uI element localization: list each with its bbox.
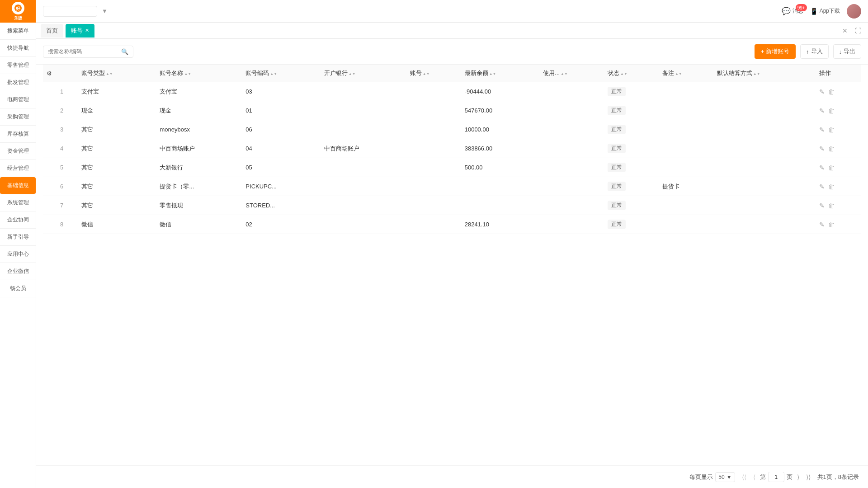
edit-icon[interactable]: ✎ [819, 145, 825, 152]
window-close-button[interactable]: ✕ [840, 25, 850, 36]
sidebar-item-guide[interactable]: 新手引导 [0, 229, 36, 246]
search-box[interactable]: 🔍 [43, 46, 133, 58]
delete-icon[interactable]: 🗑 [828, 126, 835, 133]
dropdown-icon[interactable]: ▼ [102, 8, 108, 14]
status-column[interactable]: 状态▲▼ [604, 65, 659, 82]
row-balance: -90444.00 [461, 82, 539, 101]
delete-icon[interactable]: 🗑 [828, 202, 835, 209]
account-column[interactable]: 账号▲▼ [406, 65, 461, 82]
usage-column[interactable]: 使用...▲▼ [539, 65, 604, 82]
sidebar-item-operations[interactable]: 经营管理 [0, 160, 36, 177]
sidebar-item-search[interactable]: 搜索菜单 [0, 23, 36, 40]
import-button[interactable]: ↑ 导入 [800, 44, 829, 59]
edit-icon[interactable]: ✎ [819, 88, 825, 95]
prev-page-button[interactable]: ⟨ [751, 473, 758, 482]
finance-label: 资金管理 [2, 147, 33, 155]
row-action: ✎ 🗑 [816, 158, 861, 177]
delete-icon[interactable]: 🗑 [828, 164, 835, 171]
last-page-button[interactable]: ⟩⟩ [804, 473, 813, 482]
window-expand-button[interactable]: ⛶ [853, 25, 863, 36]
row-default-settle [713, 139, 816, 158]
add-button-label: + 新增账号 [761, 47, 789, 56]
sidebar-item-enterprise[interactable]: 企业协同 [0, 211, 36, 229]
sidebar-item-quick-nav[interactable]: 快捷导航 [0, 40, 36, 57]
sidebar-item-app-center[interactable]: 应用中心 [0, 246, 36, 263]
row-status: 正常 [604, 101, 659, 120]
basic-info-label: 基础信息 [2, 182, 33, 189]
message-button[interactable]: 💬 消息 99+ [782, 7, 803, 15]
row-status: 正常 [604, 82, 659, 101]
delete-icon[interactable]: 🗑 [828, 145, 835, 152]
row-number: 3 [57, 120, 78, 139]
edit-icon[interactable]: ✎ [819, 202, 825, 209]
edit-icon[interactable]: ✎ [819, 221, 825, 228]
ecommerce-label: 电商管理 [2, 96, 33, 103]
header-right: 💬 消息 99+ 📱 App下载 [782, 4, 861, 19]
balance-column[interactable]: 最新余额▲▼ [461, 65, 539, 82]
row-number: 7 [57, 196, 78, 215]
tab-home[interactable]: 首页 [41, 24, 63, 38]
row-settings [43, 196, 57, 215]
add-account-button[interactable]: + 新增账号 [755, 44, 796, 59]
edit-icon[interactable]: ✎ [819, 183, 825, 190]
app-icon: 📱 [810, 8, 818, 15]
delete-icon[interactable]: 🗑 [828, 107, 835, 114]
edit-icon[interactable]: ✎ [819, 126, 825, 133]
delete-icon[interactable]: 🗑 [828, 183, 835, 190]
sidebar-item-inventory[interactable]: 库存核算 [0, 126, 36, 143]
sidebar-item-finance[interactable]: 资金管理 [0, 143, 36, 160]
first-page-button[interactable]: ⟨⟨ [740, 473, 749, 482]
app-logo: 好 乐版 [0, 0, 36, 23]
row-remark [659, 215, 713, 234]
export-button[interactable]: ↓ 导出 [833, 44, 862, 59]
import-icon: ↑ [806, 48, 809, 55]
app-download-label: App下载 [820, 7, 840, 15]
code-column[interactable]: 账号编码▲▼ [242, 65, 320, 82]
type-column[interactable]: 账号类型▲▼ [78, 65, 156, 82]
tab-account[interactable]: 账号 ✕ [66, 24, 94, 38]
bank-column[interactable]: 开户银行▲▼ [321, 65, 406, 82]
row-remark [659, 101, 713, 120]
tab-home-label: 首页 [46, 27, 58, 35]
sidebar-item-member[interactable]: 畅会员 [0, 280, 36, 297]
remark-column[interactable]: 备注▲▼ [659, 65, 713, 82]
sidebar-item-wechat[interactable]: 企业微信 [0, 263, 36, 280]
sidebar-item-purchase[interactable]: 采购管理 [0, 108, 36, 126]
gear-icon[interactable]: ⚙ [47, 70, 52, 77]
edit-icon[interactable]: ✎ [819, 164, 825, 171]
row-default-settle [713, 196, 816, 215]
header-search-input[interactable] [43, 6, 97, 17]
row-status: 正常 [604, 177, 659, 196]
sort-icon-name: ▲▼ [184, 72, 191, 76]
row-usage [539, 101, 604, 120]
row-name: 提货卡（零... [156, 177, 242, 196]
sidebar-item-retail[interactable]: 零售管理 [0, 57, 36, 74]
row-name: 支付宝 [156, 82, 242, 101]
sidebar-item-ecommerce[interactable]: 电商管理 [0, 91, 36, 108]
user-avatar[interactable] [847, 4, 861, 19]
table-row: 4 其它 中百商场账户 04 中百商场账户 383866.00 正常 ✎ 🗑 [43, 139, 861, 158]
row-action: ✎ 🗑 [816, 101, 861, 120]
name-column[interactable]: 账号名称▲▼ [156, 65, 242, 82]
search-input[interactable] [48, 48, 119, 55]
row-code: 02 [242, 215, 320, 234]
main-area: ▼ 💬 消息 99+ 📱 App下载 首页 账号 ✕ ✕ ⛶ [36, 0, 868, 488]
page-size-select[interactable]: 50 ▼ [715, 472, 735, 482]
default-settle-column[interactable]: 默认结算方式▲▼ [713, 65, 816, 82]
sidebar-item-system[interactable]: 系统管理 [0, 194, 36, 211]
row-account [406, 158, 461, 177]
row-code: PICKUPC... [242, 177, 320, 196]
page-number-input[interactable] [768, 472, 784, 482]
tab-close-icon[interactable]: ✕ [85, 28, 89, 33]
row-code: 05 [242, 158, 320, 177]
operations-label: 经营管理 [2, 164, 33, 172]
edit-icon[interactable]: ✎ [819, 107, 825, 114]
app-download-button[interactable]: 📱 App下载 [810, 7, 840, 15]
row-settings [43, 120, 57, 139]
delete-icon[interactable]: 🗑 [828, 221, 835, 228]
next-page-button[interactable]: ⟩ [795, 473, 802, 482]
sidebar-item-basic-info[interactable]: 基础信息 [0, 177, 36, 194]
sidebar-item-wholesale[interactable]: 批发管理 [0, 74, 36, 91]
row-account [406, 101, 461, 120]
delete-icon[interactable]: 🗑 [828, 88, 835, 95]
